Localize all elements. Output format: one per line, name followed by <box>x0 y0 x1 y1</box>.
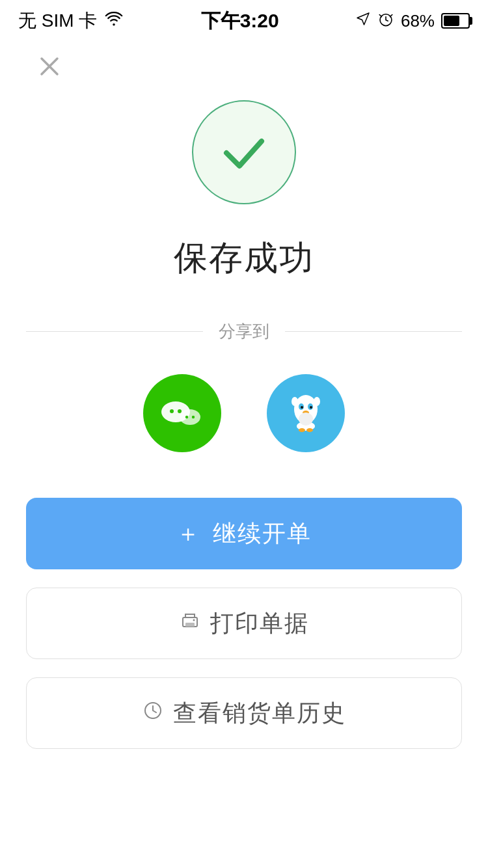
share-divider: 分享到 <box>26 320 462 343</box>
view-history-button[interactable]: 查看销货单历史 <box>26 677 462 749</box>
wifi-icon <box>103 10 124 33</box>
svg-point-4 <box>170 409 174 413</box>
qq-share-button[interactable] <box>267 374 345 452</box>
wechat-share-button[interactable] <box>143 374 221 452</box>
continue-order-button[interactable]: ＋ 继续开单 <box>26 498 462 569</box>
status-time: 下午3:20 <box>201 8 279 34</box>
battery-percent-text: 68% <box>401 11 435 31</box>
svg-rect-22 <box>185 623 195 627</box>
status-bar: 无 SIM 卡 下午3:20 68% <box>0 0 488 42</box>
svg-point-8 <box>192 416 195 418</box>
battery-icon <box>441 13 470 29</box>
action-buttons: ＋ 继续开单 打印单据 查看销货单历史 <box>26 498 462 749</box>
status-right: 68% <box>355 10 470 32</box>
share-section: 分享到 <box>26 320 462 452</box>
svg-point-14 <box>310 406 312 409</box>
divider-line-left <box>26 331 203 332</box>
share-label: 分享到 <box>203 320 285 343</box>
svg-point-17 <box>299 428 305 432</box>
success-icon-circle <box>192 100 296 204</box>
svg-point-5 <box>178 409 182 413</box>
history-label: 查看销货单历史 <box>173 698 346 729</box>
svg-point-6 <box>180 409 200 425</box>
success-title: 保存成功 <box>174 236 314 281</box>
svg-point-7 <box>185 416 188 418</box>
svg-point-19 <box>291 397 298 406</box>
share-icons-row <box>143 374 345 452</box>
alarm-icon <box>377 10 394 32</box>
svg-point-18 <box>306 428 313 432</box>
svg-point-13 <box>301 406 303 409</box>
main-content: 保存成功 分享到 <box>0 42 488 868</box>
svg-point-16 <box>299 413 313 426</box>
print-icon <box>179 610 201 637</box>
print-label: 打印单据 <box>210 608 309 640</box>
location-icon <box>355 11 371 31</box>
plus-icon: ＋ <box>176 518 201 550</box>
continue-order-label: 继续开单 <box>213 518 312 550</box>
divider-line-right <box>285 331 462 332</box>
no-sim-text: 无 SIM 卡 <box>18 8 97 33</box>
svg-point-20 <box>314 397 320 406</box>
status-left: 无 SIM 卡 <box>18 8 124 33</box>
history-icon <box>142 699 164 727</box>
svg-point-23 <box>193 619 195 621</box>
print-button[interactable]: 打印单据 <box>26 588 462 659</box>
